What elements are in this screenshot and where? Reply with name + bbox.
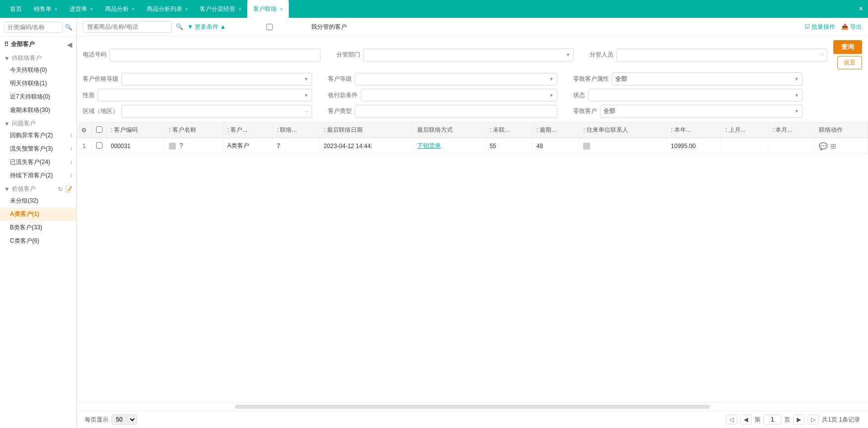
main-search-icon[interactable]: 🔍 — [176, 23, 183, 30]
col-last-method-header[interactable]: 最后联络方式 — [413, 122, 486, 138]
filter-customer-type-select[interactable] — [355, 105, 557, 118]
col-uncontacted-header[interactable]: : 未联... — [486, 122, 533, 138]
filter-status-select[interactable]: ▼ — [588, 89, 803, 102]
value-edit-icon[interactable]: 📝 — [65, 186, 72, 193]
filter-row-1: 电话号码 分管部门 ▼ 分管人员 ··· — [83, 40, 862, 69]
nav-customer-tier-close[interactable]: × — [238, 6, 241, 12]
sidebar-section-pending[interactable]: ▼ 待联络客户 — [0, 52, 76, 63]
page-input[interactable] — [763, 415, 781, 425]
message-icon[interactable]: 💬 — [819, 142, 827, 150]
nav-home[interactable]: 首页 — [4, 0, 28, 18]
nav-customer-contact[interactable]: 客户联络 × — [247, 0, 289, 18]
filter-retail-select[interactable]: 全部 ▼ — [600, 105, 803, 118]
filter-phone-input[interactable] — [109, 49, 321, 61]
main-search-input[interactable] — [83, 21, 172, 33]
nav-customer-contact-close[interactable]: × — [280, 6, 283, 12]
col-type-header[interactable]: : 客户... — [223, 122, 272, 138]
sidebar-churned[interactable]: 已流失客户(24)ℹ — [0, 156, 76, 169]
nav-product-analysis-close[interactable]: × — [132, 6, 135, 12]
my-customers-checkbox[interactable] — [230, 24, 309, 30]
filter-payment-select[interactable]: ▼ — [361, 89, 557, 102]
nav-product-analysis[interactable]: 商品分析 × — [99, 0, 141, 18]
sidebar-overdue-contact[interactable]: 逾期未联络(30) — [0, 104, 76, 117]
sidebar-search-icon[interactable]: 🔍 — [65, 24, 72, 31]
filter-price-grade-label: 客户价格等级 — [83, 75, 118, 83]
filter-arrow: ▲ — [220, 23, 226, 30]
sidebar-repurchase-abnormal[interactable]: 回购异常客户(2)ℹ — [0, 129, 76, 142]
sidebar-week-pending[interactable]: 近7天待联络(0) — [0, 90, 76, 104]
col-contacts-header[interactable]: : 往来单位联系人 — [579, 122, 667, 138]
filter-customer-type-label: 客户类型 — [328, 107, 352, 115]
nav-purchase-label: 进货单 — [69, 5, 87, 13]
sidebar-today-pending[interactable]: 今天待联络(0) — [0, 63, 76, 77]
page-size-select[interactable]: 50 100 200 — [111, 414, 137, 425]
filter-nature-select[interactable]: ▼ — [98, 89, 312, 102]
my-customers-checkbox-label[interactable]: 我分管的客户 — [230, 23, 347, 31]
row-checkbox[interactable] — [96, 142, 103, 149]
filter-person-select[interactable]: ··· — [616, 49, 827, 61]
row-last-method[interactable]: 下销货单 — [413, 138, 486, 154]
filter-bar: 🔍 ▼ 更多条件 ▲ 我分管的客户 ☑ 批量操作 📤 导出 — [77, 18, 868, 36]
customer-grade-dropdown-icon: ▼ — [549, 76, 554, 82]
col-year-amount-header[interactable]: : 本年... — [667, 122, 721, 138]
col-overdue-header[interactable]: : 逾期... — [532, 122, 579, 138]
row-check[interactable] — [92, 138, 107, 154]
more-conditions-btn[interactable]: ▼ 更多条件 ▲ — [187, 23, 226, 31]
nav-product-analysis-list-close[interactable]: × — [185, 6, 188, 12]
nav-customer-tier[interactable]: 客户分层经营 × — [194, 0, 247, 18]
filter-customer-grade-select[interactable]: ▼ — [355, 73, 557, 86]
close-all-tabs[interactable]: × — [859, 4, 863, 13]
nav-sales-close[interactable]: × — [54, 6, 57, 12]
settings-btn[interactable]: 设置 — [837, 56, 862, 69]
nav-product-analysis-list[interactable]: 商品分析列表 × — [141, 0, 194, 18]
nav-purchase-close[interactable]: × — [90, 6, 93, 12]
value-section-toggle[interactable]: ▼ 价值客户 — [4, 185, 36, 193]
sidebar-search-input[interactable] — [4, 22, 63, 33]
col-name-header[interactable]: : 客户名称 — [165, 122, 223, 138]
sidebar-section-problem[interactable]: ▼ 问题客户 — [0, 117, 76, 129]
last-method-link[interactable]: 下销货单 — [417, 142, 441, 149]
sidebar-tomorrow-pending[interactable]: 明天待联络(1) — [0, 77, 76, 90]
grid-icon[interactable]: ⊞ — [830, 142, 836, 150]
sidebar-c-customers[interactable]: C类客户(6) — [0, 234, 76, 248]
last-page-btn[interactable]: ▷ — [808, 415, 819, 425]
col-last-date-header[interactable]: : 最后联络日期 — [320, 122, 413, 138]
query-btn[interactable]: 查询 — [833, 40, 862, 54]
sidebar-collapse-btn[interactable]: ◀ — [67, 41, 72, 49]
page-label: 第 — [755, 416, 760, 424]
nav-product-analysis-label: 商品分析 — [105, 5, 129, 13]
region-more-icon: ··· — [305, 108, 309, 114]
filter-phone-label: 电话号码 — [83, 51, 107, 59]
col-this-month-header[interactable]: : 本月... — [768, 122, 815, 138]
value-label: 价值客户 — [12, 185, 36, 193]
export-btn[interactable]: 📤 导出 — [841, 23, 862, 31]
batch-op-btn[interactable]: ☑ 批量操作 — [805, 23, 835, 31]
col-contact-header[interactable]: : 联络... — [272, 122, 320, 138]
sidebar-unclassified[interactable]: 未分组(32) — [0, 194, 76, 208]
sidebar-b-customers[interactable]: B类客户(33) — [0, 221, 76, 234]
filter-person-label: 分管人员 — [590, 51, 613, 59]
nav-sales[interactable]: 销售单 × — [28, 0, 63, 18]
sidebar-a-customers[interactable]: A类客户(1) — [0, 208, 76, 221]
next-page-btn[interactable]: ▶ — [793, 415, 805, 425]
col-check[interactable] — [92, 122, 107, 138]
filter-retail-attr-select[interactable]: 全部 ▼ — [612, 72, 803, 86]
first-page-btn[interactable]: ◁ — [726, 415, 737, 425]
col-gear[interactable]: ⚙ — [77, 122, 92, 138]
prev-page-btn[interactable]: ◀ — [740, 415, 752, 425]
sidebar-churn-warning[interactable]: 流失预警客户(3)ℹ — [0, 142, 76, 156]
filter-dept-select[interactable]: ▼ — [363, 49, 574, 61]
filter-retail-attr-cell: 零散客户属性 全部 ▼ — [573, 72, 803, 86]
horizontal-scrollbar[interactable] — [235, 405, 709, 409]
sidebar-declining[interactable]: 持续下滑客户(2)ℹ — [0, 169, 76, 182]
pending-label: 待联络客户 — [12, 54, 42, 62]
filter-region-select[interactable]: ··· — [121, 105, 312, 118]
check-all[interactable] — [96, 126, 103, 133]
value-refresh-icon[interactable]: ↻ — [58, 186, 63, 193]
col-code-header[interactable]: : 客户编码 — [107, 122, 165, 138]
col-last-month-header[interactable]: : 上月... — [721, 122, 768, 138]
row-uncontacted: 55 — [486, 138, 533, 154]
nav-purchase[interactable]: 进货单 × — [63, 0, 99, 18]
filter-price-grade-select[interactable]: ▼ — [121, 73, 312, 86]
filter-region-cell: 区域（地区） ··· — [83, 105, 312, 118]
